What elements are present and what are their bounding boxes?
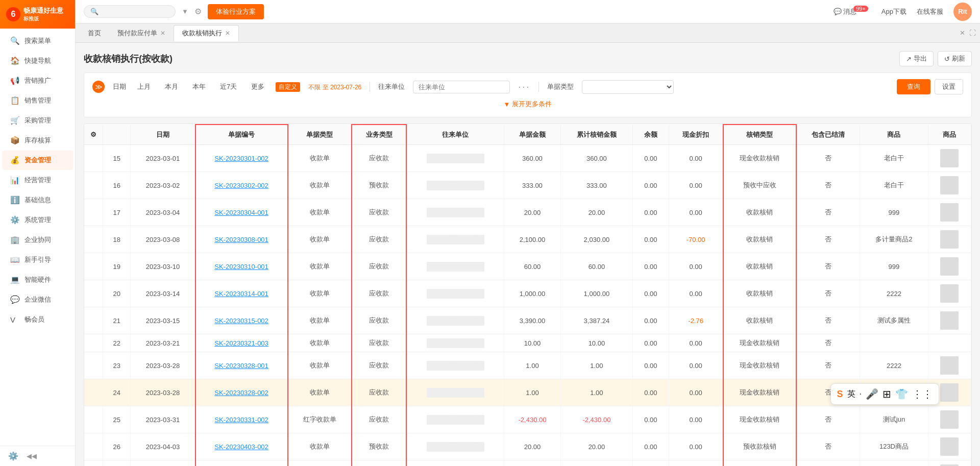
doc-no-link[interactable]: SK-20230328-002 xyxy=(214,389,268,397)
online-service-link[interactable]: 在线客服 xyxy=(917,7,943,16)
page-header: 收款核销执行(按收款) ↗ 导出 ↺ 刷新 xyxy=(84,51,972,66)
doc-no-link[interactable]: SK-20230321-003 xyxy=(214,339,268,347)
col-num xyxy=(103,125,131,145)
sidebar-item-finance[interactable]: 💰资金管理 xyxy=(2,151,73,170)
export-button[interactable]: ↗ 导出 xyxy=(899,51,934,66)
cell-biz-type: 应收款 xyxy=(352,460,406,467)
topbar-right: 💬 消息99+ App下载 在线客服 Rit xyxy=(834,3,972,21)
filter-toggle-btn[interactable]: ≫ xyxy=(92,81,105,93)
sidebar-item-wechat[interactable]: 💬企业微信 xyxy=(2,290,73,309)
sidebar-item-inventory[interactable]: 📦库存核算 xyxy=(2,131,73,150)
sidebar-item-guide[interactable]: 📖新手引导 xyxy=(2,250,73,269)
collapse-icon[interactable]: ◀◀ xyxy=(27,452,37,460)
doc-no-link[interactable]: SK-20230302-002 xyxy=(214,182,268,189)
cell-include-settled: 否 xyxy=(796,172,860,199)
cell-partner: ████████ xyxy=(406,145,504,172)
doc-no-link[interactable]: SK-20230315-002 xyxy=(214,317,268,325)
table-row: 19 2023-03-10 SK-20230310-001 收款单 应收款 ██… xyxy=(84,253,971,280)
cell-doc-type: 收款单 xyxy=(288,172,352,199)
data-table-container: ⚙ 日期 单据编号 单据类型 业务类型 往来单位 单据金额 累计核销金额 余额 … xyxy=(84,124,972,466)
gear-icon[interactable]: ⚙ xyxy=(194,7,202,16)
logo-sub: 标推版 xyxy=(23,15,63,22)
doc-no-link[interactable]: SK-20230310-001 xyxy=(214,263,268,271)
col-partner: 往来单位 xyxy=(406,125,504,145)
cell-cash-discount: 0.00 xyxy=(669,433,723,460)
query-button[interactable]: 查询 xyxy=(897,79,930,94)
sidebar-item-system[interactable]: ⚙️系统管理 xyxy=(2,210,73,230)
cell-biz-type: 应收款 xyxy=(352,352,406,379)
cell-cancel-type: 现金收款核销 xyxy=(723,334,796,352)
cell-doc-amount: 1.00 xyxy=(504,379,560,406)
sidebar-icon-wechat: 💬 xyxy=(10,295,20,304)
col-settings[interactable]: ⚙ xyxy=(84,125,103,145)
filter-sep-1 xyxy=(370,82,370,92)
doc-type-label: 单据类型 xyxy=(547,82,574,91)
cell-doc-type: 红字收款单 xyxy=(288,406,352,433)
message-area[interactable]: 💬 消息99+ xyxy=(834,7,871,16)
cell-partner: ████████ xyxy=(406,406,504,433)
avatar[interactable]: Rit xyxy=(953,3,972,21)
date-btn-more[interactable]: 更多 xyxy=(248,81,267,92)
content-area: 收款核销执行(按收款) ↗ 导出 ↺ 刷新 ≫ 日期 上月 本月 本年 近7天 xyxy=(76,43,980,466)
doc-no-link[interactable]: SK-20230308-001 xyxy=(214,236,268,243)
tab-receipt-exec[interactable]: 收款核销执行✕ xyxy=(174,25,239,41)
product-img-placeholder xyxy=(940,203,959,222)
cell-product: 测试jun xyxy=(860,406,928,433)
sidebar-label-guide: 新手引导 xyxy=(24,255,51,264)
sidebar-item-operation[interactable]: 📊经营管理 xyxy=(2,170,73,190)
sidebar-item-member[interactable]: V畅会员 xyxy=(2,310,73,329)
partner-input[interactable] xyxy=(413,81,510,93)
app-download-link[interactable]: App下载 xyxy=(881,7,906,16)
cell-settings xyxy=(84,334,103,352)
cell-num: 26 xyxy=(103,433,131,460)
cell-product: 衣服00001 xyxy=(860,460,928,467)
refresh-button[interactable]: ↺ 刷新 xyxy=(938,51,972,66)
cell-settings xyxy=(84,253,103,280)
doc-no-link[interactable]: SK-20230301-002 xyxy=(214,155,268,162)
cell-cash-discount: 0.00 xyxy=(669,172,723,199)
doc-no-link[interactable]: SK-20230304-001 xyxy=(214,209,268,216)
sidebar-item-basic[interactable]: ℹ️基础信息 xyxy=(2,190,73,210)
date-btn-prev-month[interactable]: 上月 xyxy=(134,81,154,92)
date-btn-this-month[interactable]: 本月 xyxy=(162,81,181,92)
tab-close-prepay[interactable]: ✕ xyxy=(160,30,165,37)
sidebar-item-sales[interactable]: 📋销售管理 xyxy=(2,91,73,110)
sidebar-icon-search: 🔍 xyxy=(10,36,20,45)
cell-biz-type: 应收款 xyxy=(352,145,406,172)
doc-no-link[interactable]: SK-20230403-002 xyxy=(214,443,268,451)
table-row: 20 2023-03-14 SK-20230314-001 收款单 应收款 ██… xyxy=(84,280,971,307)
date-btn-this-year[interactable]: 本年 xyxy=(189,81,209,92)
sidebar-item-quick-nav[interactable]: 🏠快捷导航 xyxy=(2,51,73,70)
sidebar-item-hardware[interactable]: 💻智能硬件 xyxy=(2,270,73,289)
sidebar-item-purchase[interactable]: 🛒采购管理 xyxy=(2,111,73,130)
filter-settings-button[interactable]: 设置 xyxy=(935,79,963,94)
tab-close-receipt-exec[interactable]: ✕ xyxy=(225,30,230,37)
tab-expand-icon[interactable]: ⛶ xyxy=(969,29,976,37)
cell-partner: ████████ xyxy=(406,280,504,307)
industry-solution-button[interactable]: 体验行业方案 xyxy=(208,4,264,19)
expand-conditions-btn[interactable]: ▼ 展开更多条件 xyxy=(92,97,963,111)
cell-accum-amount: 333.00 xyxy=(560,172,633,199)
date-custom-btn[interactable]: 自定义 xyxy=(276,82,300,92)
doc-no-link[interactable]: SK-20230331-002 xyxy=(214,416,268,424)
app-logo: 6 畅康通好生意 标推版 xyxy=(0,0,75,29)
doc-no-link[interactable]: SK-20230314-001 xyxy=(214,290,268,298)
doc-no-link[interactable]: SK-20230328-001 xyxy=(214,362,268,370)
cell-accum-amount: -2,430.00 xyxy=(560,406,633,433)
doc-type-select[interactable] xyxy=(582,80,674,94)
sidebar-item-enterprise[interactable]: 🏢企业协同 xyxy=(2,230,73,250)
product-img-placeholder xyxy=(940,284,959,303)
dropdown-arrow[interactable]: ▼ xyxy=(182,8,188,15)
sidebar-item-marketing[interactable]: 📢营销推广 xyxy=(2,71,73,90)
tab-close-all-icon[interactable]: ✕ xyxy=(960,29,965,37)
table-row: 25 2023-03-31 SK-20230331-002 红字收款单 应收款 … xyxy=(84,406,971,433)
cell-doc-type: 收款单 xyxy=(288,199,352,226)
date-btn-7days[interactable]: 近7天 xyxy=(217,81,240,92)
sidebar-item-search[interactable]: 🔍搜索菜单 xyxy=(2,31,73,51)
filter-row-1: ≫ 日期 上月 本月 本年 近7天 更多 自定义 不限 至 2023-07-26… xyxy=(92,79,963,94)
tab-prepay[interactable]: 预付款应付单✕ xyxy=(109,26,174,41)
settings-icon[interactable]: ⚙️ xyxy=(8,451,18,461)
cell-product2 xyxy=(928,307,971,334)
cell-doc-amount: 100.00 xyxy=(504,460,560,467)
tab-home[interactable]: 首页 xyxy=(80,26,109,41)
